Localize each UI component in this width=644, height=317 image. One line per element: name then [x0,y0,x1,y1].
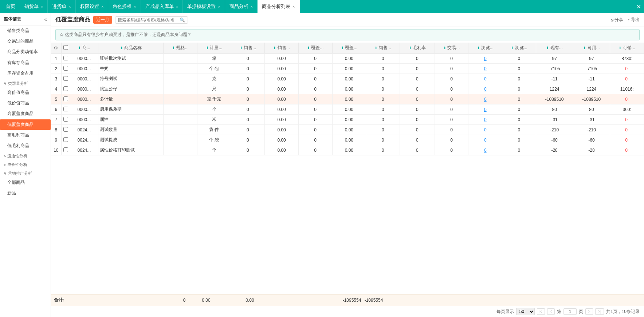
search-input[interactable] [118,17,180,23]
sidebar-item-sales-goods[interactable]: 销售类商品 [0,25,51,36]
close-icon[interactable]: × [134,4,136,9]
col-browse1[interactable]: ⬆ 浏览... [468,43,502,54]
sidebar-item-low-margin[interactable]: 低毛利商品 [0,140,51,151]
row-checkbox[interactable] [63,127,68,132]
per-page-select[interactable]: 50 100 200 [516,308,535,315]
row-checkbox[interactable] [63,86,68,91]
nav-tab-purchase[interactable]: 进货单 × [48,0,75,13]
search-icon[interactable]: 🔍 [180,17,185,23]
row-browse1[interactable]: 0 [468,84,502,94]
nav-tab-sales[interactable]: 销货单 × [20,0,48,13]
next-page-button[interactable]: > [585,308,593,315]
row-checkbox-cell[interactable] [61,104,70,115]
row-no: 3 [51,74,61,84]
select-all-checkbox[interactable] [63,45,68,50]
close-icon[interactable]: × [251,4,253,9]
page-number-input[interactable] [564,308,577,315]
nav-tab-finished-goods[interactable]: 产成品入库单 × [141,0,183,13]
row-checkbox-cell[interactable] [61,54,70,64]
nav-tab-product-analysis-list[interactable]: 商品分析列表 × [258,0,299,13]
sidebar-item-in-stock[interactable]: 有库存商品 [0,58,51,68]
col-gross-margin[interactable]: ⬆ 毛利率 [400,43,435,54]
row-checkbox-cell[interactable] [61,125,70,135]
sidebar-item-new-goods[interactable]: 新品 [0,188,51,198]
col-available-stock[interactable]: ⬆ 可用... [573,43,610,54]
row-browse1[interactable]: 0 [468,74,502,84]
close-icon[interactable]: × [292,4,295,9]
row-checkbox-cell[interactable] [61,145,70,155]
col-unit[interactable]: ⬆ 计量... [197,43,231,54]
sidebar-group-growth[interactable]: > 成长性分析 [0,160,51,169]
nav-tab-roles[interactable]: 角色授权 × [108,0,141,13]
col-settings[interactable]: ⚙ [51,43,61,54]
row-browse1[interactable]: 0 [468,145,502,155]
row-checkbox[interactable] [63,66,68,71]
row-browse1[interactable]: 0 [468,64,502,74]
row-checkbox[interactable] [63,147,68,152]
close-icon[interactable]: × [218,4,220,9]
col-spec[interactable]: ⬆ 规格... [164,43,197,54]
row-checkbox[interactable] [63,117,68,122]
row-checkbox[interactable] [63,56,68,60]
nav-tab-product-analysis[interactable]: 商品分析 × [225,0,258,13]
col-sales-qty[interactable]: ⬆ 销售... [231,43,265,54]
sidebar-item-low-coverage[interactable]: 低覆盖度商品 [0,119,51,130]
row-browse1[interactable]: 0 [468,135,502,145]
row-checkbox[interactable] [63,137,68,142]
col-transaction[interactable]: ⬆ 交易... [435,43,468,54]
row-checkbox-cell[interactable] [61,115,70,125]
export-button[interactable]: ↑ 导出 [628,17,640,23]
col-sales-amt[interactable]: ⬆ 销售... [265,43,299,54]
window-close-button[interactable]: ✕ [636,3,641,10]
sidebar-item-traded-goods[interactable]: 交易过的商品 [0,36,51,47]
sidebar-item-low-value[interactable]: 低价值商品 [0,98,51,108]
share-button[interactable]: ⎋ 分享 [611,17,623,23]
row-browse1[interactable]: 0 [468,104,502,115]
sidebar-collapse-button[interactable]: « [44,16,47,22]
sidebar-item-category-turnover[interactable]: 商品分类动销率 [0,47,51,57]
row-checkbox-cell[interactable] [61,94,70,104]
row-browse1[interactable]: 0 [468,54,502,64]
col-browse2[interactable]: ⬆ 浏览... [502,43,536,54]
sidebar-item-high-coverage[interactable]: 高覆盖度商品 [0,108,51,119]
col-coverage1[interactable]: ⬆ 覆盖... [298,43,332,54]
settings-icon[interactable]: ⚙ [54,45,58,51]
sidebar-item-inventory-funds[interactable]: 库存资金占用 [0,68,51,79]
col-saleable[interactable]: ⬆ 可销... [610,43,644,54]
col-checkbox[interactable] [61,43,70,54]
sidebar-group-cluster-analysis[interactable]: ∨ 类群量分析 [0,79,51,87]
col-coverage2[interactable]: ⬆ 覆盖... [332,43,366,54]
sidebar-item-all-goods[interactable]: 全部商品 [0,177,51,188]
row-checkbox-cell[interactable] [61,74,70,84]
nav-tab-home[interactable]: 首页 [1,0,20,13]
sidebar-group-liquidity[interactable]: > 流通性分析 [0,151,51,160]
row-browse1[interactable]: 0 [468,94,502,104]
row-spec [164,64,197,74]
period-button[interactable]: 近一月 [93,16,112,24]
sidebar-group-marketing[interactable]: ∨ 营销推广分析 [0,169,51,177]
col-name[interactable]: ⬆ 商品名称 [98,43,164,54]
col-current-stock[interactable]: ⬆ 现有... [536,43,573,54]
prev-page-button[interactable]: < [547,308,555,315]
nav-tab-template[interactable]: 单据模板设置 × [183,0,225,13]
row-checkbox[interactable] [63,76,68,81]
row-checkbox[interactable] [63,96,68,101]
row-checkbox-cell[interactable] [61,64,70,74]
row-checkbox[interactable] [63,107,68,111]
nav-tab-permissions[interactable]: 权限设置 × [76,0,108,13]
sidebar-item-high-value[interactable]: 高价值商品 [0,87,51,98]
row-browse1[interactable]: 0 [468,125,502,135]
col-code[interactable]: ⬆ 商... [70,43,98,54]
col-sales3[interactable]: ⬆ 销售... [366,43,400,54]
sidebar-item-high-margin[interactable]: 高毛利商品 [0,130,51,140]
row-browse1[interactable]: 0 [468,115,502,125]
close-icon[interactable]: × [101,4,103,9]
last-page-button[interactable]: >| [595,308,604,315]
row-checkbox-cell[interactable] [61,84,70,94]
first-page-button[interactable]: K [537,308,545,315]
row-checkbox-cell[interactable] [61,135,70,145]
close-icon[interactable]: × [176,4,178,9]
close-icon[interactable]: × [68,4,71,9]
close-icon[interactable]: × [41,4,43,9]
row-no: 1 [51,54,61,64]
